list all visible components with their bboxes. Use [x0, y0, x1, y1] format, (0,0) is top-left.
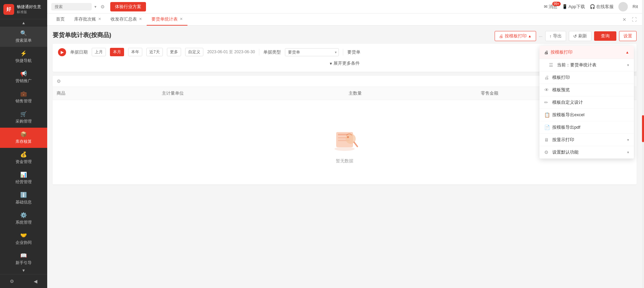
dropdown-item-export-excel[interactable]: 📋 按模板导出excel [539, 109, 634, 121]
template-preview-label: 模板预览 [552, 87, 570, 93]
app-download-btn[interactable]: 📱 App下载 [562, 4, 585, 10]
sidebar-label-marketing: 营销推广 [16, 78, 32, 84]
dropdown-item-template-print[interactable]: 🖨 模板打印 [539, 71, 634, 84]
sidebar-item-shortcuts[interactable]: ⚡ 快捷导航 [0, 47, 47, 67]
export-excel-icon: 📋 [544, 112, 550, 118]
tab-inventory-batch[interactable]: 库存批次账 ✕ [69, 13, 106, 26]
type-filter-label: 单据类型 [263, 49, 281, 55]
date-btn-last-month[interactable]: 上月 [92, 48, 106, 56]
dropdown-current-item[interactable]: ☰ 当前：要货单统计表 ▾ [539, 59, 634, 71]
right-scrollbar[interactable] [642, 0, 644, 288]
date-btn-current-month[interactable]: 本月 [110, 48, 124, 56]
username[interactable]: Rit [633, 4, 638, 9]
main-area: ▾ ⚙ 体验行业方案 ✉ 消息 99+ 📱 App下载 🎧 在线客服 Rit 首… [47, 0, 642, 288]
tab-inventory-batch-close[interactable]: ✕ [98, 17, 101, 21]
filter-separator-2 [343, 49, 343, 56]
expand-label: 展开更多条件 [333, 60, 360, 66]
sidebar-item-sales[interactable]: 💼 销售管理 [0, 87, 47, 107]
shortcuts-icon: ⚡ [20, 50, 27, 57]
dropdown-title: 按模板打印 [551, 49, 573, 55]
refresh-icon: ↺ [573, 34, 577, 39]
export-label: 导出 [553, 33, 562, 39]
printer-icon: 🖨 [499, 34, 503, 39]
scroll-down-arrow[interactable]: ▼ [0, 267, 47, 274]
tab-receivables-close[interactable]: ✕ [139, 17, 142, 21]
refresh-btn[interactable]: ↺ 刷新 [569, 31, 591, 41]
dropdown-item-export-pdf[interactable]: 📄 按模板导出pdf [539, 121, 634, 134]
tabs-expand-btn[interactable]: ⛶ [631, 16, 638, 23]
current-template-label: 当前：要货单统计表 [557, 62, 596, 68]
avatar[interactable] [618, 2, 628, 11]
dropdown-item-display-print[interactable]: 🖥 按显示打印 ▾ [539, 134, 634, 146]
headset-icon: 🎧 [590, 4, 595, 9]
sidebar-item-system[interactable]: ⚙️ 系统管理 [0, 209, 47, 229]
export-btn[interactable]: ↑ 导出 [545, 31, 566, 41]
content-area: 要货单统计表(按商品) 🖨 按模板打印 ▲ ··· ↑ 导出 ↺ 刷新 查询 设… [47, 26, 642, 288]
sidebar-item-inventory[interactable]: 📦 库存核算 [0, 128, 47, 148]
service-btn[interactable]: 🎧 在线客服 [590, 4, 614, 10]
tab-inventory-batch-label: 库存批次账 [74, 16, 96, 22]
query-btn[interactable]: 查询 [594, 31, 616, 41]
sidebar: 好 畅捷通好生意 标准版 ▲ 🔍 搜索菜单 ⚡ 快捷导航 📢 营销推广 💼 销售… [0, 0, 47, 288]
expand-btn[interactable]: ▾ 展开更多条件 [327, 59, 362, 68]
sidebar-item-finance[interactable]: 💰 资金管理 [0, 148, 47, 168]
dropdown-item-set-default[interactable]: ⚙ 设置默认功能 ▾ [539, 146, 634, 159]
type-select[interactable]: 要货单 [285, 48, 339, 56]
search-input[interactable] [51, 3, 92, 10]
settings-bottom-btn[interactable]: ⚙ [7, 277, 17, 285]
sidebar-item-search[interactable]: 🔍 搜索菜单 [0, 27, 47, 47]
tab-order-stats[interactable]: 要货单统计表 ✕ [147, 13, 187, 26]
gear-icon[interactable]: ⚙ [100, 4, 105, 9]
sidebar-item-guide[interactable]: 📖 新手引导 [0, 249, 47, 267]
app-badge: 标准版 [17, 10, 41, 14]
finance-icon: 💰 [20, 151, 27, 158]
action-bar: 🖨 按模板打印 ▲ ··· ↑ 导出 ↺ 刷新 查询 设置 🖨 按模板打印 [495, 31, 637, 41]
message-icon: ✉ [544, 4, 548, 9]
message-btn[interactable]: ✉ 消息 99+ [544, 4, 557, 10]
sidebar-item-operations[interactable]: 📊 经营管理 [0, 168, 47, 188]
tabs-close-all-btn[interactable]: ✕ [621, 16, 628, 23]
scroll-up-arrow[interactable]: ▲ [0, 19, 47, 27]
topbar: ▾ ⚙ 体验行业方案 ✉ 消息 99+ 📱 App下载 🎧 在线客服 Rit [47, 0, 642, 13]
tab-order-stats-close[interactable]: ✕ [180, 17, 183, 21]
print-dropdown: 🖨 按模板打印 ▲ ☰ 当前：要货单统计表 ▾ 🖨 模板打印 👁 模板预览 [539, 46, 634, 159]
filter-arrow-btn[interactable]: ▶ [58, 48, 66, 56]
dropdown-item-template-preview[interactable]: 👁 模板预览 [539, 84, 634, 96]
date-btn-7days[interactable]: 近7天 [146, 48, 163, 56]
date-btn-current-year[interactable]: 本年 [128, 48, 142, 56]
sidebar-label-operations: 经营管理 [16, 179, 32, 185]
more-btn[interactable]: ··· [539, 34, 543, 39]
collapse-btn[interactable]: ◀ [31, 277, 40, 285]
tab-receivables[interactable]: 收发存汇总表 ✕ [106, 13, 147, 26]
print-btn[interactable]: 🖨 按模板打印 ▲ [495, 31, 536, 41]
collab-icon: 🤝 [20, 232, 27, 238]
scrollbar-thumb[interactable] [642, 115, 644, 142]
table-settings-icon[interactable]: ⚙ [57, 78, 61, 84]
dropdown-chevron-up-icon[interactable]: ▲ [625, 50, 629, 54]
sidebar-bottom: ⚙ ◀ [0, 274, 47, 288]
sidebar-label-collab: 企业协同 [16, 240, 32, 246]
sidebar-item-basic[interactable]: ℹ️ 基础信息 [0, 188, 47, 209]
trial-btn[interactable]: 体验行业方案 [110, 2, 146, 11]
dropdown-header-left: 🖨 按模板打印 [544, 49, 573, 55]
inventory-icon: 📦 [20, 131, 27, 137]
app-name: 畅捷通好生意 [17, 4, 41, 10]
svg-line-6 [354, 142, 357, 147]
sidebar-item-marketing[interactable]: 📢 营销推广 [0, 67, 47, 87]
settings-btn[interactable]: 设置 [619, 31, 637, 41]
col-quantity: 主数量 [345, 87, 477, 100]
export-excel-label: 按模板导出excel [552, 112, 584, 118]
dropdown-item-template-design[interactable]: ✏ 模板自定义设计 [539, 96, 634, 109]
date-btn-custom[interactable]: 自定义 [185, 48, 203, 56]
export-icon: ↑ [550, 34, 552, 39]
tab-home[interactable]: 首页 [51, 13, 69, 26]
set-default-chevron: ▾ [627, 150, 629, 155]
search-dropdown-icon[interactable]: ▾ [94, 4, 96, 9]
empty-text: 暂无数据 [336, 158, 353, 164]
sidebar-item-collab[interactable]: 🤝 企业协同 [0, 229, 47, 249]
app-name-block: 畅捷通好生意 标准版 [17, 4, 41, 14]
date-btn-more[interactable]: 更多 [167, 48, 181, 56]
sidebar-item-purchase[interactable]: 🛒 采购管理 [0, 107, 47, 128]
sidebar-label-finance: 资金管理 [16, 159, 32, 165]
col-unit: 主计量单位 [158, 87, 345, 100]
